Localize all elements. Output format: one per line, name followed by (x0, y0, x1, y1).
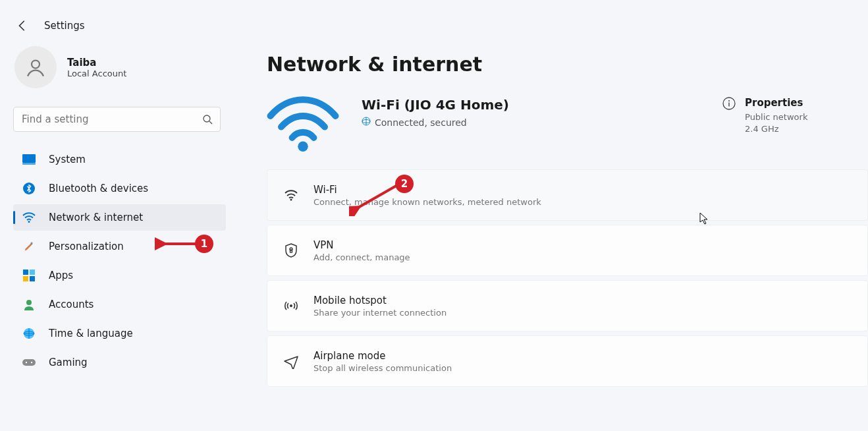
sidebar: Taiba Local Account System Bluetooth & d… (0, 37, 234, 431)
card-subtitle: Stop all wireless communication (313, 363, 452, 373)
svg-rect-11 (30, 276, 35, 281)
svg-rect-9 (30, 270, 35, 275)
svg-point-16 (26, 362, 27, 363)
nav-item-network[interactable]: Network & internet (13, 204, 226, 231)
svg-rect-10 (23, 276, 28, 281)
gamepad-icon (22, 356, 36, 369)
connection-state: Connected, secured (375, 117, 467, 128)
card-subtitle: Add, connect, manage (313, 252, 410, 262)
nav-label: System (49, 154, 86, 165)
nav-label: Time & language (49, 328, 133, 339)
nav-item-personalization[interactable]: Personalization (13, 233, 226, 260)
svg-point-1 (203, 115, 210, 122)
wifi-ssid: Wi-Fi (JIO 4G Home) (362, 97, 509, 113)
card-title: Airplane mode (313, 350, 452, 362)
card-wifi[interactable]: Wi-Fi Connect, manage known networks, me… (267, 169, 868, 221)
card-title: VPN (313, 239, 410, 251)
nav-item-bluetooth[interactable]: Bluetooth & devices (13, 175, 226, 202)
svg-rect-8 (23, 270, 28, 275)
svg-line-2 (209, 121, 212, 124)
search-icon (202, 114, 213, 125)
svg-point-12 (26, 300, 32, 305)
globe-icon (22, 327, 36, 340)
card-title: Mobile hotspot (313, 295, 447, 306)
search-input[interactable] (13, 107, 221, 132)
svg-point-18 (298, 142, 308, 152)
card-subtitle: Share your internet connection (313, 308, 447, 318)
svg-point-6 (28, 221, 30, 223)
bluetooth-icon (22, 182, 36, 195)
app-title: Settings (44, 20, 85, 32)
properties-line2: 2.4 GHz (745, 123, 807, 135)
svg-rect-27 (290, 250, 292, 252)
wifi-signal-icon (267, 97, 339, 150)
nav-item-accounts[interactable]: Accounts (13, 291, 226, 318)
svg-rect-15 (22, 359, 36, 366)
avatar (14, 46, 57, 88)
svg-point-25 (290, 199, 292, 201)
nav-label: Apps (49, 270, 73, 281)
svg-rect-24 (728, 103, 729, 107)
nav-item-time-language[interactable]: Time & language (13, 320, 226, 347)
nav-item-system[interactable]: System (13, 146, 226, 173)
hotspot-icon (283, 298, 299, 314)
cursor-icon (699, 212, 710, 228)
properties-line1: Public network (745, 111, 807, 123)
back-button[interactable] (16, 20, 28, 32)
airplane-icon (283, 353, 299, 369)
nav-label: Personalization (49, 241, 124, 252)
svg-point-0 (32, 61, 40, 69)
info-icon (722, 97, 736, 135)
brush-icon (22, 240, 36, 253)
card-title: Wi-Fi (313, 184, 541, 196)
svg-rect-3 (22, 154, 36, 163)
globe-small-icon (362, 117, 371, 128)
card-vpn[interactable]: VPN Add, connect, manage (267, 225, 868, 276)
nav-label: Bluetooth & devices (49, 183, 148, 194)
apps-icon (22, 269, 36, 282)
shield-icon (283, 243, 299, 258)
nav-label: Accounts (49, 299, 94, 310)
svg-rect-4 (22, 163, 36, 165)
profile-block[interactable]: Taiba Local Account (0, 46, 234, 88)
card-subtitle: Connect, manage known networks, metered … (313, 197, 541, 207)
svg-point-23 (728, 100, 730, 101)
nav-label: Network & internet (49, 212, 143, 223)
nav-item-gaming[interactable]: Gaming (13, 349, 226, 376)
card-airplane[interactable]: Airplane mode Stop all wireless communic… (267, 335, 868, 387)
person-icon (22, 298, 36, 311)
properties-block[interactable]: Properties Public network 2.4 GHz (722, 97, 807, 135)
properties-title: Properties (745, 97, 807, 109)
profile-name: Taiba (67, 57, 126, 69)
wifi-icon (22, 211, 36, 224)
nav-label: Gaming (49, 357, 88, 368)
monitor-icon (22, 153, 36, 166)
nav-item-apps[interactable]: Apps (13, 262, 226, 289)
profile-subtitle: Local Account (67, 69, 126, 78)
page-title: Network & internet (267, 53, 868, 76)
svg-point-28 (290, 304, 292, 307)
svg-point-17 (31, 362, 32, 363)
wifi-small-icon (283, 187, 299, 203)
card-hotspot[interactable]: Mobile hotspot Share your internet conne… (267, 280, 868, 331)
